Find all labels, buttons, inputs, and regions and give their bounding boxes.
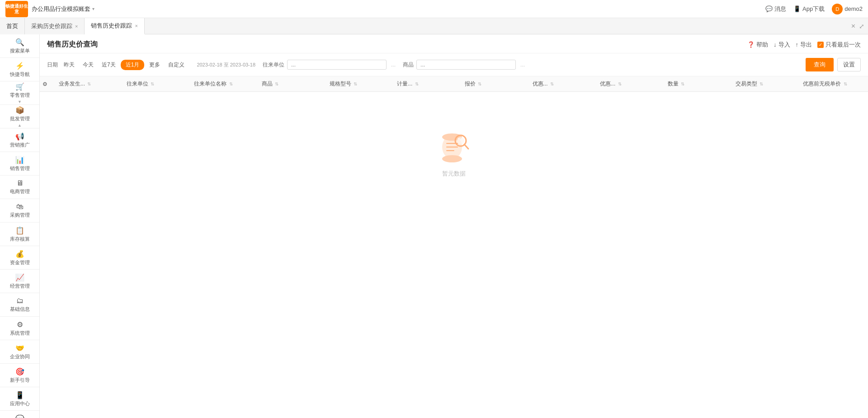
date-options: 昨天 今天 近7天 近1月 更多 自定义 [61,60,188,70]
col-partner-name[interactable]: 往来单位名称 ⇅ [191,76,259,92]
data-table: ⚙ 业务发生... ⇅ 往来单位 ⇅ 往来单位名称 ⇅ [40,76,868,92]
sidebar-item-inventory[interactable]: 📋 库存核算 [0,223,39,246]
sidebar-item-wechat[interactable]: 💬 企业微信 [0,411,39,418]
app-center-icon: 📱 [15,391,24,399]
product-label: 商品 [403,61,414,69]
sort-partner-name-icon: ⇅ [229,81,233,86]
basic-info-icon: 🗂 [16,297,24,305]
sidebar-item-sales[interactable]: 📊 销售管理 [0,152,39,176]
date-btn-today[interactable]: 今天 [80,60,97,70]
date-range-text: 2023-02-18 至 2023-03-18 [197,62,255,68]
window-maximize-btn[interactable]: ⤢ [859,23,864,30]
sidebar-item-app-center[interactable]: 📱 应用中心 [0,387,39,411]
date-btn-last1m[interactable]: 近1月 [121,60,145,70]
message-icon: 💬 [765,5,773,12]
sort-partner-code-icon: ⇅ [151,81,154,86]
main-content: 销售历史价查询 ❓ 帮助 ↓ 导入 ↑ 导出 只看最后一次 日期 [40,34,868,418]
sidebar-item-retail[interactable]: 🛒 零售管理 ▼ [0,81,39,105]
top-bar: 畅捷通好生意 办公用品行业模拟账套 ▾ 💬 消息 📱 App下载 D demo2 [0,0,868,18]
date-btn-last7[interactable]: 近7天 [99,60,119,70]
tab-purchase-history-label: 采购历史价跟踪 [31,22,72,30]
wholesale-icon: 📦 [15,106,24,114]
export-btn[interactable]: ↑ 导出 [796,41,812,49]
partner-picker-btn[interactable]: ... [391,62,396,68]
tab-sales-history[interactable]: 销售历史价跟踪 × [85,18,144,34]
sidebar-item-operations[interactable]: 📈 经营管理 [0,270,39,293]
sidebar-item-marketing[interactable]: 📢 营销推广 [0,128,39,152]
sidebar-item-search-menu[interactable]: 🔍 搜索菜单 [0,34,39,58]
product-picker-btn[interactable]: ... [520,62,525,68]
col-partner-code[interactable]: 往来单位 ⇅ [124,76,192,92]
col-spec[interactable]: 规格型号 ⇅ [327,76,395,92]
purchase-icon: 🛍 [16,203,24,211]
settings-button[interactable]: 设置 [837,58,861,71]
help-btn[interactable]: ❓ 帮助 [747,41,768,49]
col-price[interactable]: 报价 ⇅ [462,76,530,92]
message-label: 消息 [774,5,786,13]
sort-quantity-icon: ⇅ [681,81,684,86]
svg-point-7 [457,137,464,144]
download-icon: 📱 [793,5,801,12]
date-btn-custom[interactable]: 自定义 [165,60,188,70]
col-unit[interactable]: 计量... ⇅ [394,76,462,92]
ecommerce-icon: 🖥 [16,179,24,187]
col-pretax-price[interactable]: 优惠前无税单价 ⇅ [800,76,868,92]
sort-trade-type-icon: ⇅ [760,81,763,86]
sort-discount2-icon: ⇅ [618,81,622,86]
app-logo: 畅捷通好生意 [5,1,28,17]
col-discount2[interactable]: 优惠... ⇅ [597,76,665,92]
tab-sales-history-close[interactable]: × [135,23,137,28]
message-btn[interactable]: 💬 消息 [765,5,786,13]
col-quantity[interactable]: 数量 ⇅ [665,76,733,92]
sidebar-item-enterprise[interactable]: 🤝 企业协同 [0,340,39,364]
page-header: 销售历史价查询 ❓ 帮助 ↓ 导入 ↑ 导出 只看最后一次 [40,34,868,53]
retail-icon: 🛒 [15,82,24,91]
inventory-icon: 📋 [15,226,24,235]
enterprise-icon: 🤝 [15,344,24,352]
col-discount1[interactable]: 优惠... ⇅ [530,76,598,92]
col-settings[interactable]: ⚙ [40,76,56,92]
date-btn-more[interactable]: 更多 [146,60,163,70]
empty-illustration [436,128,472,164]
show-last-only-toggle[interactable]: 只看最后一次 [817,41,861,49]
sidebar-item-ecommerce[interactable]: 🖥 电商管理 [0,176,39,199]
svg-point-2 [442,155,462,162]
retail-chevron-icon: ▼ [18,100,22,104]
sidebar: 🔍 搜索菜单 ⚡ 快捷导航 🛒 零售管理 ▼ 📦 批发管理 ▲ 📢 营销推广 📊… [0,34,40,418]
sort-spec-icon: ⇅ [354,81,357,86]
tab-purchase-history-close[interactable]: × [75,24,78,29]
sidebar-item-finance[interactable]: 💰 资金管理 [0,246,39,270]
sort-pretax-price-icon: ⇅ [844,81,847,86]
query-button[interactable]: 查询 [806,58,834,71]
partner-input[interactable] [287,60,387,70]
col-date[interactable]: 业务发生... ⇅ [56,76,124,92]
product-input[interactable] [416,60,516,70]
company-selector[interactable]: 办公用品行业模拟账套 ▾ [32,5,94,13]
app-download-btn[interactable]: 📱 App下载 [793,5,825,13]
tab-purchase-history[interactable]: 采购历史价跟踪 × [25,18,85,34]
import-btn[interactable]: ↓ 导入 [774,41,790,49]
sidebar-item-wholesale[interactable]: 📦 批发管理 ▲ [0,105,39,128]
quick-nav-icon: ⚡ [15,62,24,70]
partner-filter-group: 往来单位 ... [263,60,396,70]
svg-line-8 [464,144,468,149]
tab-bar: 首页 采购历史价跟踪 × 销售历史价跟踪 × × ⤢ [0,18,868,34]
top-bar-left: 畅捷通好生意 办公用品行业模拟账套 ▾ [5,1,94,17]
tab-home[interactable]: 首页 [0,18,25,34]
wholesale-chevron-icon: ▲ [18,123,22,128]
sidebar-item-purchase[interactable]: 🛍 采购管理 [0,199,39,223]
window-close-btn[interactable]: × [851,22,855,30]
col-product[interactable]: 商品 ⇅ [259,76,327,92]
sidebar-item-quick-nav[interactable]: ⚡ 快捷导航 [0,58,39,81]
date-btn-yesterday[interactable]: 昨天 [61,60,78,70]
operations-icon: 📈 [15,273,24,282]
sidebar-item-new-guide[interactable]: 🎯 新手引导 [0,364,39,387]
col-trade-type[interactable]: 交易类型 ⇅ [733,76,801,92]
sidebar-item-basic-info[interactable]: 🗂 基础信息 [0,293,39,317]
sidebar-item-system[interactable]: ⚙ 系统管理 [0,317,39,340]
sort-price-icon: ⇅ [478,81,481,86]
user-avatar[interactable]: D demo2 [832,4,863,14]
table-wrap: ⚙ 业务发生... ⇅ 往来单位 ⇅ 往来单位名称 ⇅ [40,76,868,418]
date-filter-group: 日期 昨天 今天 近7天 近1月 更多 自定义 [47,60,188,70]
help-icon: ❓ [747,41,755,48]
